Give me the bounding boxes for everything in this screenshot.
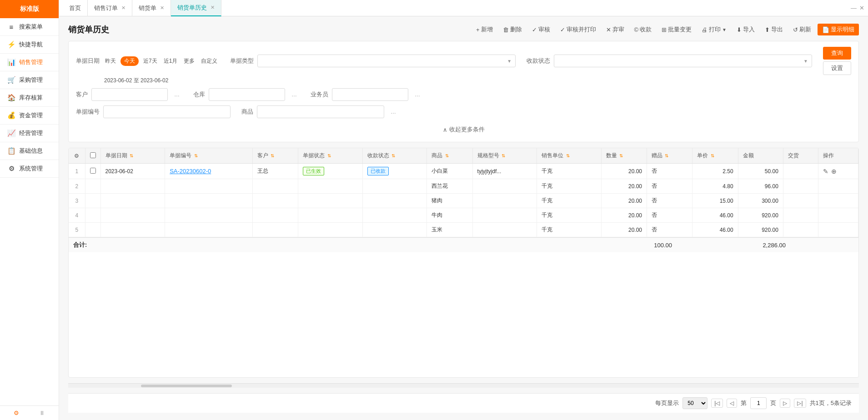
row-checkbox-cell[interactable] (85, 208, 100, 223)
abandon-button[interactable]: ✕ 弃审 (602, 24, 628, 35)
page-size-select[interactable]: 50 100 200 (682, 397, 707, 409)
refresh-label: 刷新 (799, 25, 811, 34)
pagination-bar: 每页显示 50 100 200 |◁ ◁ 第 页 ▷ ▷| 共1页，5条记录 (68, 393, 859, 413)
query-button[interactable]: 查询 (823, 47, 851, 60)
goods-ellipsis[interactable]: … (388, 108, 399, 116)
table-footer: 合计: 100.00 2,286.00 (69, 237, 858, 252)
col-spec[interactable]: 规格型号 ⇅ (472, 148, 537, 164)
window-close-btn[interactable]: ✕ (859, 5, 864, 11)
tab-sales-delivery-close[interactable]: ✕ (160, 5, 164, 11)
row-spec (472, 208, 537, 223)
unit-sort-icon: ⇅ (566, 153, 570, 158)
row-date (100, 223, 165, 237)
date-opt-more[interactable]: 更多 (182, 56, 196, 66)
print-button[interactable]: 🖨 打印 ▼ (698, 24, 730, 35)
tab-sales-order[interactable]: 销售订单 ✕ (88, 0, 132, 16)
salesperson-ellipsis[interactable]: … (412, 90, 423, 99)
row-spec: tyjyjtyjdf... (472, 164, 537, 179)
date-opt-1month[interactable]: 近1月 (162, 56, 180, 66)
filter-salesperson-input[interactable] (332, 88, 408, 101)
col-goods[interactable]: 商品 ⇅ (427, 148, 472, 164)
col-price[interactable]: 单价 ⇅ (692, 148, 738, 164)
sidebar-item-basic-info[interactable]: 📋 基础信息 (0, 142, 59, 160)
customer-ellipsis[interactable]: … (171, 90, 182, 99)
operations-icon: 📈 (7, 129, 15, 137)
date-opt-yesterday[interactable]: 昨天 (103, 56, 118, 66)
row-checkbox-cell[interactable] (85, 194, 100, 208)
abandon-label: 弃审 (612, 25, 624, 34)
filter-customer-label: 客户 (76, 90, 88, 99)
sidebar-item-quick-nav[interactable]: ⚡ 快捷导航 (0, 36, 59, 54)
col-date[interactable]: 单据日期 ⇅ (100, 148, 165, 164)
tab-sales-order-close[interactable]: ✕ (121, 5, 125, 11)
col-customer[interactable]: 客户 ⇅ (252, 148, 298, 164)
row-checkbox-cell[interactable] (85, 179, 100, 194)
filter-docnumber-input[interactable] (103, 105, 231, 118)
delete-button[interactable]: 🗑 删除 (499, 24, 526, 35)
sidebar-item-sales[interactable]: 📊 销售管理 (0, 54, 59, 71)
date-opt-custom[interactable]: 自定义 (199, 56, 219, 66)
set-button[interactable]: 设置 (823, 61, 851, 75)
scroll-thumb[interactable] (141, 385, 232, 387)
last-page-btn[interactable]: ▷| (794, 399, 806, 408)
row-checkbox-cell[interactable] (85, 223, 100, 237)
tab-home[interactable]: 首页 (63, 0, 88, 16)
sidebar-settings-btn[interactable]: ⚙ (14, 410, 19, 416)
col-checkbox[interactable] (85, 148, 100, 164)
col-number[interactable]: 单据编号 ⇅ (165, 148, 253, 164)
docstatus-sort-icon: ⇅ (327, 153, 331, 158)
tab-sales-delivery[interactable]: 销货单 ✕ (132, 0, 171, 16)
col-doc-status[interactable]: 单据状态 ⇅ (298, 148, 363, 164)
filter-docnumber-label: 单据编号 (76, 108, 100, 116)
add-button[interactable]: + 新增 (472, 24, 497, 35)
filter-doctype-select[interactable]: ▼ (257, 55, 516, 67)
filter-customer-input[interactable] (91, 88, 168, 101)
filter-paystatus-select[interactable]: ▼ (554, 55, 812, 67)
select-all-checkbox[interactable] (90, 152, 96, 158)
audit-print-button[interactable]: ✓ 审核并打印 (557, 24, 600, 35)
gift-sort-icon: ⇅ (665, 153, 668, 158)
sidebar-item-inventory[interactable]: 🏠 库存核算 (0, 89, 59, 107)
first-page-btn[interactable]: |◁ (711, 399, 723, 408)
prev-page-btn[interactable]: ◁ (727, 399, 737, 408)
tab-sales-history-close[interactable]: ✕ (211, 5, 215, 10)
horizontal-scrollbar[interactable] (68, 383, 859, 388)
show-detail-button[interactable]: 📄 显示明细 (818, 24, 859, 35)
col-gift[interactable]: 赠品 ⇅ (647, 148, 692, 164)
sidebar-item-purchase[interactable]: 🛒 采购管理 (0, 71, 59, 89)
col-qty[interactable]: 数量 ⇅ (601, 148, 647, 164)
col-unit[interactable]: 销售单位 ⇅ (537, 148, 602, 164)
sidebar-item-finance[interactable]: 💰 资金管理 (0, 107, 59, 125)
row-checkbox[interactable] (90, 168, 96, 174)
date-opt-today[interactable]: 今天 (120, 56, 139, 66)
collect-button[interactable]: © 收款 (631, 24, 656, 35)
filter-goods-input[interactable] (257, 105, 384, 118)
tab-sales-history[interactable]: 销货单历史 ✕ (171, 0, 221, 16)
copy-icon[interactable]: ⊕ (831, 168, 837, 175)
col-pay-status[interactable]: 收款状态 ⇅ (362, 148, 427, 164)
sidebar-item-system[interactable]: ⚙ 系统管理 (0, 160, 59, 178)
add-label: 新增 (481, 25, 493, 34)
refresh-button[interactable]: ↺ 刷新 (789, 24, 815, 35)
batch-change-button[interactable]: ⊞ 批量变更 (658, 24, 695, 35)
sidebar-item-search-menu[interactable]: ≡ 搜索菜单 (0, 18, 59, 36)
page-number-input[interactable] (750, 397, 767, 409)
doc-number-link[interactable]: SA-20230602-0 (170, 168, 211, 175)
window-minimize-btn[interactable]: — (851, 5, 857, 11)
filter-warehouse-input[interactable] (209, 88, 285, 101)
date-opt-7days[interactable]: 近7天 (141, 56, 159, 66)
collapse-filter-btn[interactable]: ∧ 收起更多条件 (76, 123, 851, 136)
import-button[interactable]: ⬇ 导入 (733, 24, 758, 35)
edit-icon[interactable]: ✎ (823, 168, 828, 175)
warehouse-ellipsis[interactable]: … (289, 90, 300, 99)
sidebar-collapse-btn[interactable]: ⏸ (39, 410, 45, 416)
row-goods: 玉米 (427, 223, 472, 237)
next-page-btn[interactable]: ▷ (780, 399, 790, 408)
col-settings[interactable]: ⚙ (69, 148, 85, 164)
audit-button[interactable]: ✓ 审核 (528, 24, 554, 35)
row-checkbox-cell[interactable] (85, 164, 100, 179)
export-button[interactable]: ⬆ 导出 (761, 24, 787, 35)
row-trade (783, 208, 818, 223)
sidebar-item-operations[interactable]: 📈 经营管理 (0, 125, 59, 142)
print-label: 打印 (709, 25, 721, 34)
